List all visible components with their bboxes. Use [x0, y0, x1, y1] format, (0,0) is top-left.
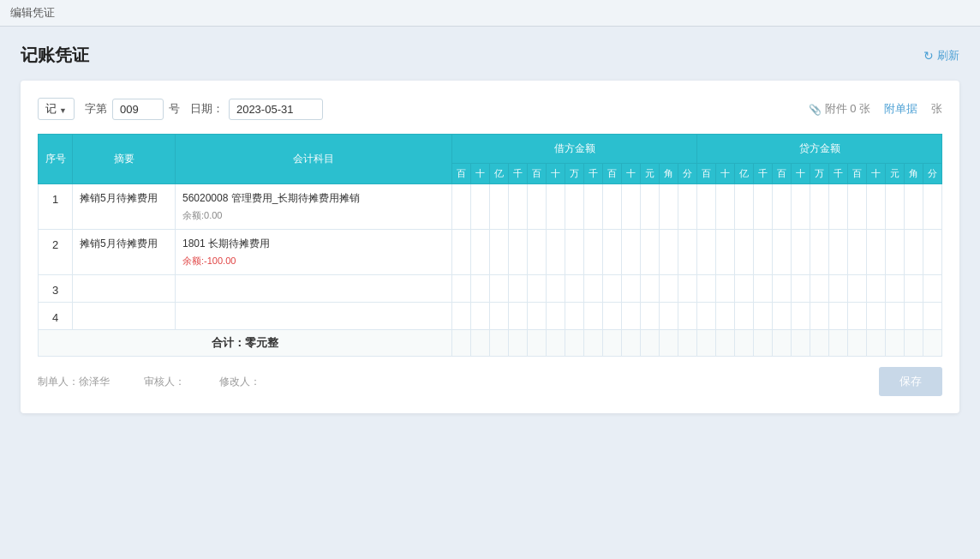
summary-cell[interactable]: 摊销5月待摊费用	[73, 230, 176, 275]
credit-cell-6[interactable]	[810, 230, 829, 275]
debit-cell-3[interactable]	[509, 303, 528, 330]
account-cell[interactable]	[176, 275, 452, 303]
credit-cell-8[interactable]	[848, 184, 867, 230]
credit-cell-8[interactable]	[848, 303, 867, 330]
debit-cell-10[interactable]	[641, 303, 660, 330]
debit-cell-0[interactable]	[452, 303, 471, 330]
credit-cell-1[interactable]	[716, 275, 735, 303]
debit-cell-12[interactable]	[678, 275, 697, 303]
credit-cell-9[interactable]	[867, 230, 886, 275]
debit-cell-4[interactable]	[528, 230, 547, 275]
debit-cell-8[interactable]	[603, 275, 622, 303]
credit-cell-12[interactable]	[923, 303, 942, 330]
debit-cell-4[interactable]	[528, 303, 547, 330]
debit-cell-6[interactable]	[565, 275, 584, 303]
debit-cell-3[interactable]	[509, 275, 528, 303]
debit-cell-1[interactable]	[471, 184, 490, 230]
credit-cell-0[interactable]	[697, 184, 716, 230]
credit-cell-1[interactable]	[716, 184, 735, 230]
summary-cell[interactable]	[73, 275, 176, 303]
debit-cell-11[interactable]	[660, 303, 678, 330]
debit-cell-1[interactable]	[471, 230, 490, 275]
debit-cell-0[interactable]	[452, 230, 471, 275]
credit-cell-3[interactable]	[754, 303, 773, 330]
credit-cell-7[interactable]	[829, 303, 848, 330]
debit-cell-7[interactable]	[584, 230, 603, 275]
debit-cell-7[interactable]	[584, 303, 603, 330]
debit-cell-11[interactable]	[660, 275, 678, 303]
debit-cell-12[interactable]	[678, 184, 697, 230]
debit-cell-12[interactable]	[678, 303, 697, 330]
debit-cell-9[interactable]	[622, 303, 641, 330]
credit-cell-9[interactable]	[867, 184, 886, 230]
debit-cell-5[interactable]	[547, 275, 565, 303]
debit-cell-2[interactable]	[490, 275, 509, 303]
credit-cell-9[interactable]	[867, 275, 886, 303]
credit-cell-3[interactable]	[754, 184, 773, 230]
credit-cell-2[interactable]	[735, 303, 754, 330]
debit-cell-8[interactable]	[603, 184, 622, 230]
credit-cell-4[interactable]	[773, 275, 792, 303]
type-select[interactable]: 记	[38, 98, 75, 120]
credit-cell-8[interactable]	[848, 230, 867, 275]
debit-cell-10[interactable]	[641, 184, 660, 230]
credit-cell-7[interactable]	[829, 230, 848, 275]
credit-cell-10[interactable]	[886, 230, 905, 275]
credit-cell-5[interactable]	[792, 303, 810, 330]
debit-cell-4[interactable]	[528, 184, 547, 230]
debit-cell-5[interactable]	[547, 303, 565, 330]
credit-cell-12[interactable]	[923, 230, 942, 275]
refresh-button[interactable]: 刷新	[923, 48, 959, 63]
credit-cell-4[interactable]	[773, 230, 792, 275]
debit-cell-5[interactable]	[547, 184, 565, 230]
credit-cell-2[interactable]	[735, 230, 754, 275]
credit-cell-1[interactable]	[716, 303, 735, 330]
debit-cell-8[interactable]	[603, 303, 622, 330]
debit-cell-6[interactable]	[565, 230, 584, 275]
credit-cell-5[interactable]	[792, 184, 810, 230]
credit-cell-11[interactable]	[905, 230, 923, 275]
credit-cell-7[interactable]	[829, 184, 848, 230]
debit-cell-3[interactable]	[509, 184, 528, 230]
voucher-number-input[interactable]	[112, 99, 164, 120]
credit-cell-10[interactable]	[886, 303, 905, 330]
credit-cell-0[interactable]	[697, 230, 716, 275]
credit-cell-1[interactable]	[716, 230, 735, 275]
summary-cell[interactable]	[73, 303, 176, 330]
debit-cell-2[interactable]	[490, 184, 509, 230]
debit-cell-5[interactable]	[547, 230, 565, 275]
debit-cell-2[interactable]	[490, 230, 509, 275]
summary-cell[interactable]: 摊销5月待摊费用	[73, 184, 176, 230]
credit-cell-5[interactable]	[792, 275, 810, 303]
account-cell[interactable]: 1801 长期待摊费用余额:-100.00	[176, 230, 452, 275]
credit-cell-6[interactable]	[810, 303, 829, 330]
credit-cell-2[interactable]	[735, 184, 754, 230]
credit-cell-5[interactable]	[792, 230, 810, 275]
credit-cell-6[interactable]	[810, 184, 829, 230]
debit-cell-9[interactable]	[622, 275, 641, 303]
debit-cell-1[interactable]	[471, 303, 490, 330]
debit-cell-0[interactable]	[452, 275, 471, 303]
credit-cell-11[interactable]	[905, 184, 923, 230]
debit-cell-8[interactable]	[603, 230, 622, 275]
credit-cell-3[interactable]	[754, 275, 773, 303]
debit-cell-7[interactable]	[584, 275, 603, 303]
debit-cell-0[interactable]	[452, 184, 471, 230]
debit-cell-3[interactable]	[509, 230, 528, 275]
attach-doc-btn[interactable]: 附单据	[884, 101, 917, 117]
credit-cell-0[interactable]	[697, 303, 716, 330]
credit-cell-0[interactable]	[697, 275, 716, 303]
date-input[interactable]	[229, 99, 323, 120]
credit-cell-4[interactable]	[773, 184, 792, 230]
credit-cell-7[interactable]	[829, 275, 848, 303]
debit-cell-4[interactable]	[528, 275, 547, 303]
attach-link[interactable]: 附件 0 张	[809, 101, 870, 117]
debit-cell-6[interactable]	[565, 303, 584, 330]
credit-cell-10[interactable]	[886, 275, 905, 303]
account-cell[interactable]: 56020008 管理费用_长期待摊费用摊销余额:0.00	[176, 184, 452, 230]
credit-cell-11[interactable]	[905, 303, 923, 330]
credit-cell-11[interactable]	[905, 275, 923, 303]
credit-cell-12[interactable]	[923, 275, 942, 303]
debit-cell-7[interactable]	[584, 184, 603, 230]
debit-cell-10[interactable]	[641, 275, 660, 303]
